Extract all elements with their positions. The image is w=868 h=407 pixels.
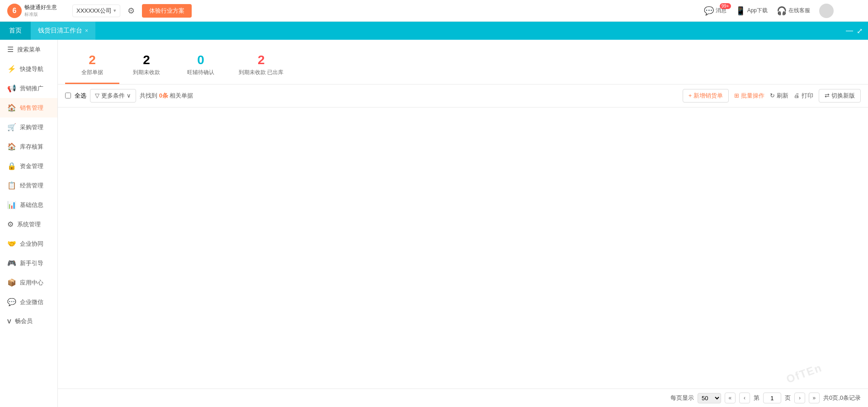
avatar[interactable] xyxy=(819,4,834,18)
purchase-icon: 🛒 xyxy=(7,123,16,131)
card-label-pending: 旺辅待确认 xyxy=(184,69,217,76)
sidebar-item-search-menu[interactable]: ☰ 搜索菜单 xyxy=(0,40,57,59)
top-bar-right: 💬 消息 99+ 📱 App下载 🎧 在线客服 xyxy=(704,4,861,18)
marketing-icon: 📢 xyxy=(7,84,16,93)
switch-icon: ⇄ xyxy=(825,92,830,99)
card-label-all: 全部单据 xyxy=(76,69,108,76)
summary-card-overdue[interactable]: 2 到期未收款 xyxy=(119,47,174,84)
card-num-overdue-out: 2 xyxy=(239,52,283,68)
enterprise-icon: 🤝 xyxy=(7,239,16,248)
select-all-label: 全选 xyxy=(75,92,86,100)
prev-page-button[interactable]: ‹ xyxy=(739,393,750,403)
batch-operation-button[interactable]: ⊞ 批量操作 xyxy=(734,92,764,100)
service-icon: 🎧 xyxy=(777,6,787,16)
select-all-checkbox[interactable] xyxy=(65,93,71,98)
sidebar-item-sales[interactable]: 🏠 销售管理 xyxy=(0,98,57,117)
print-icon: 🖨 xyxy=(794,92,800,99)
search-menu-icon: ☰ xyxy=(7,45,14,54)
sidebar-item-quick-nav[interactable]: ⚡ 快捷导航 xyxy=(0,59,57,79)
page-suffix: 页 xyxy=(785,394,791,402)
total-label: 共0页,0条记录 xyxy=(823,394,861,402)
sidebar-item-beginner[interactable]: 🎮 新手引导 xyxy=(0,253,57,273)
summary-cards: 2 全部单据 2 到期未收款 0 旺辅待确认 2 到期未收款 已出库 xyxy=(58,40,868,84)
sidebar-item-sys-manage[interactable]: ⚙ 系统管理 xyxy=(0,215,57,234)
app-download-button[interactable]: 📱 App下载 xyxy=(736,6,768,16)
message-icon: 💬 xyxy=(704,6,714,16)
experience-button[interactable]: 体验行业方案 xyxy=(142,4,192,18)
card-num-overdue: 2 xyxy=(130,52,163,68)
online-service-button[interactable]: 🎧 在线客服 xyxy=(777,6,810,16)
refresh-button[interactable]: ↻ 刷新 xyxy=(770,92,788,100)
tab-close-button[interactable]: × xyxy=(85,28,88,34)
sidebar-item-member[interactable]: V 畅会员 xyxy=(0,312,57,331)
new-sale-order-button[interactable]: + 新增销货单 xyxy=(683,89,729,103)
sidebar: ☰ 搜索菜单 ⚡ 快捷导航 📢 营销推广 🏠 销售管理 🛒 采购管理 🏠 库存核… xyxy=(0,40,58,407)
switch-version-button[interactable]: ⇄ 切换新版 xyxy=(819,89,861,103)
message-badge: 99+ xyxy=(720,3,731,9)
tab-bar-actions: — ⤢ xyxy=(846,27,868,35)
base-info-icon: 📊 xyxy=(7,201,16,209)
sidebar-item-wechat[interactable]: 💬 企业微信 xyxy=(0,292,57,312)
message-button[interactable]: 💬 消息 99+ xyxy=(704,6,726,16)
filter-icon: ▽ xyxy=(95,92,99,99)
filter-button[interactable]: ▽ 更多条件 ∨ xyxy=(90,89,136,103)
company-arrow-icon: ▾ xyxy=(113,8,116,14)
summary-card-pending[interactable]: 0 旺辅待确认 xyxy=(174,47,228,84)
sidebar-item-base-info[interactable]: 📊 基础信息 xyxy=(0,195,57,215)
wechat-icon: 💬 xyxy=(7,298,16,306)
card-label-overdue: 到期未收款 xyxy=(130,69,163,76)
tab-active[interactable]: 钱货日清工作台 × xyxy=(31,22,95,40)
inventory-icon: 🏠 xyxy=(7,142,16,151)
sidebar-item-enterprise[interactable]: 🤝 企业协同 xyxy=(0,234,57,253)
top-bar: 6 畅捷通好生意 标准版 XXXXXX公司 ▾ ⚙ 体验行业方案 💬 消息 99… xyxy=(0,0,868,22)
found-text: 共找到 0条 相关单据 xyxy=(140,92,193,100)
tab-home[interactable]: 首页 xyxy=(0,22,31,40)
next-page-button[interactable]: › xyxy=(794,393,805,403)
card-num-all: 2 xyxy=(76,52,108,68)
sys-manage-icon: ⚙ xyxy=(7,220,14,229)
quick-nav-icon: ⚡ xyxy=(7,65,16,73)
table-area xyxy=(58,108,868,388)
settings-button[interactable]: ⚙ xyxy=(124,4,138,18)
sidebar-item-inventory[interactable]: 🏠 库存核算 xyxy=(0,137,57,156)
summary-card-overdue-out[interactable]: 2 到期未收款 已出库 xyxy=(228,47,294,84)
avatar-name[interactable] xyxy=(843,4,861,18)
sidebar-item-operations[interactable]: 📋 经营管理 xyxy=(0,176,57,195)
finance-icon: 🔒 xyxy=(7,162,16,170)
beginner-icon: 🎮 xyxy=(7,259,16,267)
refresh-icon: ↻ xyxy=(770,92,775,99)
content-area: 2 全部单据 2 到期未收款 0 旺辅待确认 2 到期未收款 已出库 全选 ▽ … xyxy=(58,40,868,407)
print-button[interactable]: 🖨 打印 xyxy=(794,92,813,100)
tab-maximize-button[interactable]: ⤢ xyxy=(857,27,863,35)
sidebar-item-app-center[interactable]: 📦 应用中心 xyxy=(0,273,57,292)
sidebar-item-purchase[interactable]: 🛒 采购管理 xyxy=(0,117,57,137)
per-page-label: 每页显示 xyxy=(670,394,694,402)
operations-icon: 📋 xyxy=(7,181,16,190)
batch-icon: ⊞ xyxy=(734,92,739,99)
pagination: 每页显示 50 10 20 100 « ‹ 第 页 › » 共0页,0条记录 xyxy=(58,388,868,407)
logo-text: 畅捷通好生意 标准版 xyxy=(24,4,57,17)
last-page-button[interactable]: » xyxy=(809,393,820,403)
logo-area: 6 畅捷通好生意 标准版 xyxy=(7,4,65,18)
summary-card-all[interactable]: 2 全部单据 xyxy=(65,47,119,84)
company-selector[interactable]: XXXXXX公司 ▾ xyxy=(72,5,120,17)
logo-icon: 6 xyxy=(7,4,22,18)
filter-arrow-icon: ∨ xyxy=(127,92,131,99)
member-icon: V xyxy=(7,318,11,325)
app-download-icon: 📱 xyxy=(736,6,745,16)
found-count: 0条 xyxy=(159,92,168,99)
card-label-overdue-out: 到期未收款 已出库 xyxy=(239,69,283,76)
card-num-pending: 0 xyxy=(184,52,217,68)
tab-minimize-button[interactable]: — xyxy=(846,27,853,35)
page-number-input[interactable] xyxy=(763,393,781,403)
sidebar-item-marketing[interactable]: 📢 营销推广 xyxy=(0,79,57,98)
page-label: 第 xyxy=(754,394,760,402)
first-page-button[interactable]: « xyxy=(725,393,736,403)
toolbar-right: + 新增销货单 ⊞ 批量操作 ↻ 刷新 🖨 打印 ⇄ 切换新版 xyxy=(683,89,861,103)
tab-bar: 首页 钱货日清工作台 × — ⤢ xyxy=(0,22,868,40)
sidebar-item-finance[interactable]: 🔒 资金管理 xyxy=(0,156,57,176)
per-page-select[interactable]: 50 10 20 100 xyxy=(698,393,721,403)
toolbar: 全选 ▽ 更多条件 ∨ 共找到 0条 相关单据 + 新增销货单 ⊞ 批量操作 ↻ xyxy=(58,84,868,108)
sales-icon: 🏠 xyxy=(7,103,16,112)
main-layout: ☰ 搜索菜单 ⚡ 快捷导航 📢 营销推广 🏠 销售管理 🛒 采购管理 🏠 库存核… xyxy=(0,40,868,407)
